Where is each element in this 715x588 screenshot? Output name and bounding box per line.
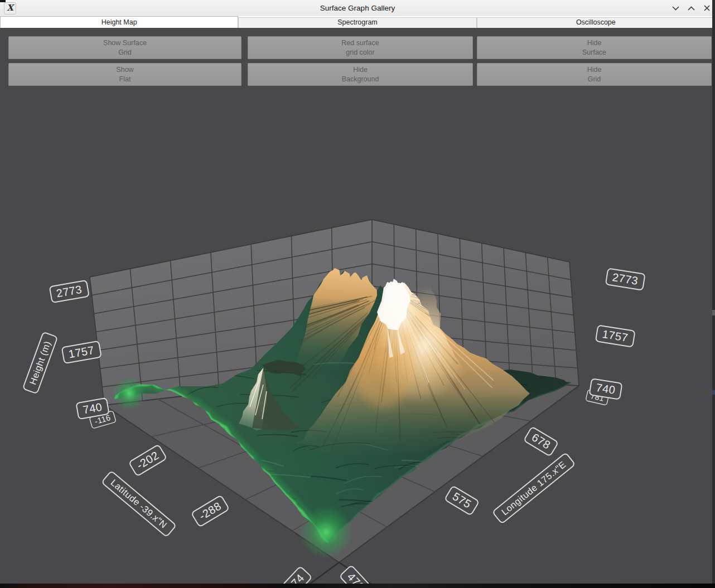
chevron-up-icon	[688, 7, 694, 10]
surface-3d-view[interactable]	[0, 0, 715, 588]
button-label-line1: Hide	[587, 65, 602, 75]
taskbar-edge-strip	[0, 584, 715, 588]
tab-height-map[interactable]: Height Map	[0, 16, 238, 28]
app-icon[interactable]: X	[4, 2, 16, 14]
chevron-down-icon	[673, 7, 679, 10]
button-label-line1: Show	[116, 65, 133, 75]
button-label-line2: Grid	[588, 75, 601, 84]
tabbar: Height Map Spectrogram Oscilloscope	[0, 16, 715, 28]
minimize-button[interactable]	[671, 4, 679, 12]
button-label-line1: Red surface	[341, 38, 379, 48]
show-flat-button[interactable]: Show Flat	[8, 63, 241, 86]
red-surface-grid-color-button[interactable]: Red surface grid color	[248, 36, 473, 59]
hide-grid-button[interactable]: Hide Grid	[477, 63, 712, 86]
button-label-line1: Show Surface	[103, 38, 147, 48]
close-icon	[704, 6, 709, 11]
titlebar[interactable]: Surface Graph Gallery X	[0, 0, 715, 17]
show-surface-grid-button[interactable]: Show Surface Grid	[8, 36, 241, 59]
hide-surface-button[interactable]: Hide Surface	[477, 36, 712, 59]
tab-spectrogram[interactable]: Spectrogram	[238, 17, 476, 28]
button-label-line1: Hide	[353, 65, 368, 75]
window-corner-artifact	[0, 0, 6, 2]
button-label-line2: grid color	[346, 48, 374, 57]
button-label-line2: Flat	[119, 75, 131, 84]
desktop-edge-strip	[712, 0, 715, 588]
window-title: Surface Graph Gallery	[0, 0, 715, 16]
application-window: 2773 Height (m) 1757 -116 740 2773 1757 …	[0, 0, 715, 588]
hide-background-button[interactable]: Hide Background	[248, 63, 473, 86]
button-label-line1: Hide	[587, 38, 602, 48]
button-label-line2: Background	[342, 75, 379, 84]
tab-oscilloscope[interactable]: Oscilloscope	[477, 17, 715, 28]
maximize-button[interactable]	[687, 4, 695, 12]
close-button[interactable]	[703, 4, 711, 12]
button-label-line2: Grid	[118, 48, 132, 57]
button-label-line2: Surface	[582, 48, 606, 57]
